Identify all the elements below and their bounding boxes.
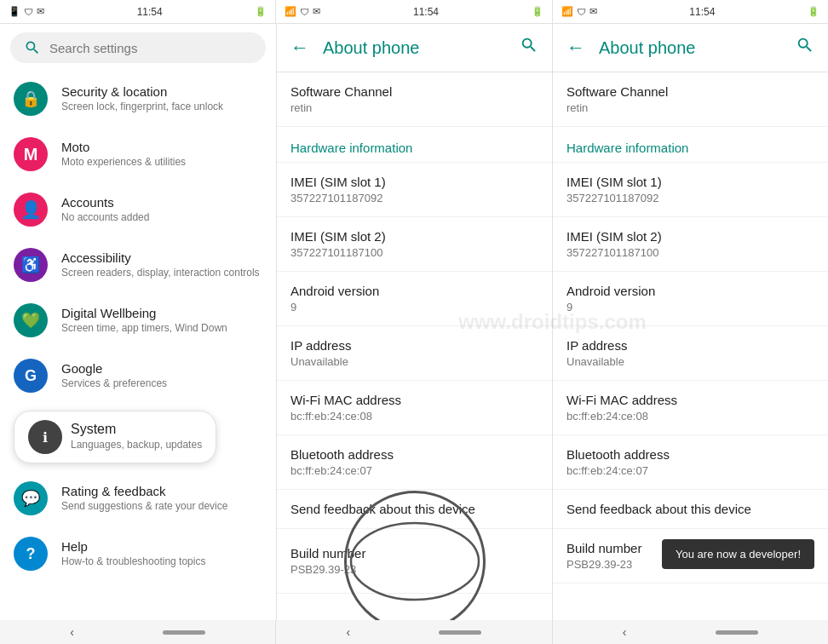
status-icons-mid: 📶 🛡 ✉ [285, 6, 320, 17]
hardware-section-2: Hardware information [553, 127, 828, 163]
nav-mid: ‹ [276, 620, 552, 644]
status-bar: 📱 🛡 ✉ 11:54 🔋 📶 🛡 ✉ 11:54 🔋 📶 🛡 ✉ 11:54 … [0, 0, 828, 24]
panel-header-1: ← About phone [277, 24, 552, 72]
security-subtitle: Screen lock, fingerprint, face unlock [61, 101, 262, 114]
panel-header-2: ← About phone [553, 24, 828, 72]
system-text: System Languages, backup, updates [71, 422, 202, 452]
rating-text: Rating & feedback Send suggestions & rat… [61, 484, 262, 514]
shield-icon: 🛡 [24, 7, 33, 17]
bt-title-1: Bluetooth address [290, 447, 538, 462]
info-title-sc1: Software Channel [290, 84, 538, 99]
digital-wellbeing-subtitle: Screen time, app timers, Wind Down [61, 322, 262, 336]
panel-content-1: Software Channel retin Hardware informat… [277, 72, 552, 620]
info-subtitle-sc2: retin [566, 101, 814, 114]
search-icon [24, 39, 41, 56]
accessibility-subtitle: Screen readers, display, interaction con… [61, 267, 262, 280]
feedback-title-1: Send feedback about this device [290, 502, 538, 516]
info-imei2-2[interactable]: IMEI (SIM slot 2) 357227101187100 [553, 217, 828, 272]
google-icon: G [14, 359, 48, 393]
settings-item-digital-wellbeing[interactable]: 💚 Digital Wellbeing Screen time, app tim… [0, 293, 276, 348]
settings-item-system[interactable]: ℹ System Languages, backup, updates [0, 404, 276, 471]
signal-icon-mid: 📶 [285, 6, 296, 17]
info-feedback-1[interactable]: Send feedback about this device [277, 490, 552, 529]
info-imei1-2[interactable]: IMEI (SIM slot 1) 357227101187092 [553, 163, 828, 217]
imei1-subtitle-2: 357227101187092 [566, 192, 814, 204]
message-icon-right: ✉ [589, 6, 597, 17]
back-button-right[interactable]: ‹ [623, 625, 627, 639]
panel-title-2: About phone [599, 38, 782, 58]
imei2-title-2: IMEI (SIM slot 2) [566, 229, 814, 244]
bt-subtitle-1: bc:ff:eb:24:ce:07 [290, 464, 538, 477]
panel-title-1: About phone [323, 38, 506, 58]
info-android-1[interactable]: Android version 9 [277, 272, 552, 326]
feedback-title-2: Send feedback about this device [566, 502, 814, 516]
settings-item-rating[interactable]: 💬 Rating & feedback Send suggestions & r… [0, 471, 276, 526]
info-subtitle-sc1: retin [290, 101, 538, 114]
settings-item-accessibility[interactable]: ♿ Accessibility Screen readers, display,… [0, 238, 276, 293]
settings-panel: 🔒 Security & location Screen lock, finge… [0, 24, 277, 620]
back-button-mid[interactable]: ‹ [346, 625, 350, 639]
search-bar[interactable] [10, 32, 266, 63]
imei1-title-1: IMEI (SIM slot 1) [290, 175, 538, 189]
status-time-right: 11:54 [689, 6, 715, 18]
info-bt-2[interactable]: Bluetooth address bc:ff:eb:24:ce:07 [553, 435, 828, 490]
settings-item-help[interactable]: ? Help How-to & troubleshooting topics [0, 526, 276, 582]
build-subtitle-1: PSB29.39-23 [290, 563, 538, 576]
info-ip-2[interactable]: IP address Unavailable [553, 326, 828, 381]
nav-pill-right [716, 630, 758, 635]
info-ip-1[interactable]: IP address Unavailable [277, 326, 552, 381]
wifi-subtitle-1: bc:ff:eb:24:ce:08 [290, 410, 538, 423]
status-icons-left: 📱 🛡 ✉ [9, 6, 44, 17]
info-wifi-1[interactable]: Wi-Fi MAC address bc:ff:eb:24:ce:08 [277, 381, 552, 435]
accessibility-title: Accessibility [61, 250, 262, 265]
settings-item-moto[interactable]: M Moto Moto experiences & utilities [0, 127, 276, 182]
moto-text: Moto Moto experiences & utilities [61, 140, 262, 170]
nav-left: ‹ [0, 620, 276, 644]
battery-icon-left: 🔋 [255, 6, 267, 17]
system-bubble: ℹ System Languages, backup, updates [14, 411, 216, 463]
help-text: Help How-to & troubleshooting topics [61, 539, 262, 569]
info-bt-1[interactable]: Bluetooth address bc:ff:eb:24:ce:07 [277, 435, 552, 490]
status-battery-mid: 🔋 [532, 6, 543, 17]
info-wifi-2[interactable]: Wi-Fi MAC address bc:ff:eb:24:ce:08 [553, 381, 828, 435]
settings-item-accounts[interactable]: 👤 Accounts No accounts added [0, 182, 276, 238]
imei2-subtitle-2: 357227101187100 [566, 246, 814, 259]
message-icon-mid: ✉ [313, 6, 320, 17]
imei1-title-2: IMEI (SIM slot 1) [566, 175, 814, 189]
status-section-left: 📱 🛡 ✉ 11:54 🔋 [0, 0, 276, 23]
nav-pill-left [163, 630, 205, 635]
info-imei1-1[interactable]: IMEI (SIM slot 1) 357227101187092 [277, 163, 552, 217]
info-software-channel-2[interactable]: Software Channel retin [553, 72, 828, 127]
settings-item-security[interactable]: 🔒 Security & location Screen lock, finge… [0, 72, 276, 127]
android-subtitle-1: 9 [290, 301, 538, 313]
google-text: Google Services & preferences [61, 361, 262, 391]
security-icon: 🔒 [14, 82, 48, 116]
android-subtitle-2: 9 [566, 301, 814, 313]
ip-title-2: IP address [566, 338, 814, 353]
wifi-title-1: Wi-Fi MAC address [290, 393, 538, 407]
info-build-1[interactable]: Build number PSB29.39-23 [277, 529, 552, 594]
settings-item-google[interactable]: G Google Services & preferences [0, 348, 276, 404]
search-input[interactable] [49, 41, 252, 55]
hardware-label-1: Hardware information [290, 141, 538, 155]
hardware-section-1: Hardware information [277, 127, 552, 163]
back-icon-1[interactable]: ← [290, 37, 309, 59]
imei2-title-1: IMEI (SIM slot 2) [290, 229, 538, 244]
back-button-left[interactable]: ‹ [70, 625, 74, 639]
search-icon-1[interactable] [520, 36, 538, 60]
info-android-2[interactable]: Android version 9 [553, 272, 828, 326]
phone-icon: 📱 [9, 6, 20, 17]
back-icon-2[interactable]: ← [566, 37, 585, 59]
accounts-text: Accounts No accounts added [61, 195, 262, 225]
rating-title: Rating & feedback [61, 484, 262, 498]
wifi-title-2: Wi-Fi MAC address [566, 393, 814, 407]
info-imei2-1[interactable]: IMEI (SIM slot 2) 357227101187100 [277, 217, 552, 272]
info-software-channel-1[interactable]: Software Channel retin [277, 72, 552, 127]
toast-notification: You are now a developer! [662, 539, 814, 569]
search-icon-2[interactable] [796, 36, 814, 60]
about-panels: www.droidtips.com ← About phone Software… [277, 24, 828, 620]
info-feedback-2[interactable]: Send feedback about this device [553, 490, 828, 529]
signal-icon-right: 📶 [561, 6, 573, 17]
accessibility-icon: ♿ [14, 248, 48, 282]
system-subtitle: Languages, backup, updates [71, 439, 202, 452]
